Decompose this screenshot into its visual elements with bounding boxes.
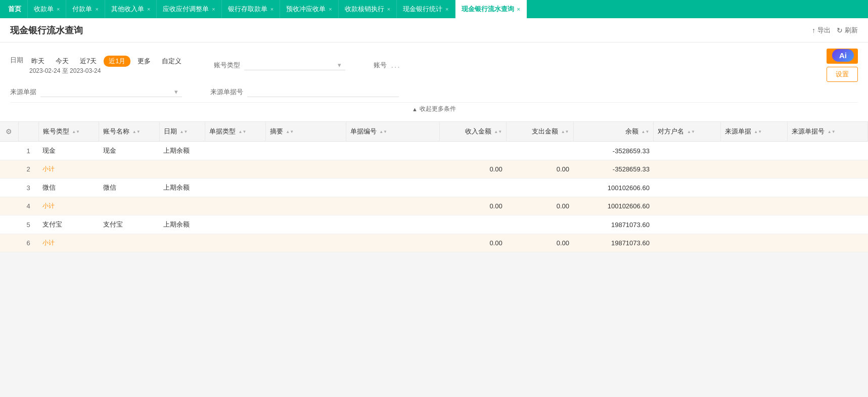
close-advance-receipt-icon[interactable]: × bbox=[329, 6, 332, 12]
sort-account-name-icon: ▲▼ bbox=[132, 129, 141, 134]
col-doc-type[interactable]: 单据类型 ▲▼ bbox=[205, 122, 265, 142]
table-cell bbox=[439, 215, 506, 234]
close-ar-ap-adjust-icon[interactable]: × bbox=[212, 6, 215, 12]
close-cash-bank-flow-icon[interactable]: × bbox=[517, 6, 520, 12]
col-date[interactable]: 日期 ▲▼ bbox=[159, 122, 205, 142]
nav-tab-advance-receipt-label: 预收冲应收单 bbox=[286, 5, 326, 14]
close-cash-bank-stats-icon[interactable]: × bbox=[445, 6, 448, 12]
col-income-label: 收入金额 bbox=[465, 127, 491, 135]
close-receipt-icon[interactable]: × bbox=[57, 6, 60, 12]
source-doc-select[interactable]: ▾ bbox=[40, 87, 182, 97]
table-cell bbox=[346, 197, 439, 215]
col-account-type-label: 账号类型 bbox=[43, 127, 69, 135]
nav-tab-receipt-label: 收款单 bbox=[34, 5, 54, 14]
table-cell bbox=[346, 215, 439, 234]
account-group: 账号 ... bbox=[374, 61, 400, 70]
table-cell bbox=[0, 215, 18, 234]
col-balance[interactable]: 余额 ▲▼ bbox=[573, 122, 654, 142]
table-cell bbox=[654, 215, 720, 234]
nav-tab-other-income[interactable]: 其他收入单 × bbox=[105, 0, 157, 18]
date-opt-1month[interactable]: 近1月 bbox=[104, 56, 130, 67]
page-header: 现金银行流水查询 ↑ 导出 ↻ 刷新 bbox=[0, 18, 868, 42]
table-cell bbox=[654, 179, 720, 197]
table-cell bbox=[720, 234, 787, 252]
date-options-wrapper: 昨天 今天 近7天 近1月 更多 自定义 2023-02-24 至 2023-0… bbox=[27, 56, 186, 75]
source-doc-no-input[interactable] bbox=[247, 87, 399, 97]
table-cell: 0.00 bbox=[439, 197, 506, 215]
date-opt-custom[interactable]: 自定义 bbox=[158, 56, 186, 67]
date-options: 昨天 今天 近7天 近1月 更多 自定义 bbox=[27, 56, 186, 67]
table-settings-icon[interactable]: ⚙ bbox=[6, 127, 12, 136]
table-cell: 19871073.60 bbox=[573, 215, 654, 234]
table-row: 6小计0.000.0019871073.60 bbox=[0, 234, 868, 252]
sort-date-icon: ▲▼ bbox=[180, 129, 188, 134]
close-payment-icon[interactable]: × bbox=[95, 6, 98, 12]
table-cell bbox=[346, 142, 439, 160]
col-source-doc-no-label: 来源单据号 bbox=[792, 127, 825, 135]
refresh-icon: ↻ bbox=[837, 26, 843, 34]
date-opt-7days[interactable]: 近7天 bbox=[76, 56, 101, 67]
collapse-bar[interactable]: ▲ 收起更多条件 bbox=[10, 102, 858, 115]
export-button[interactable]: ↑ 导出 bbox=[812, 26, 831, 35]
table-cell bbox=[0, 160, 18, 179]
account-dots[interactable]: ... bbox=[391, 61, 400, 70]
nav-tab-payment[interactable]: 付款单 × bbox=[66, 0, 105, 18]
col-source-doc[interactable]: 来源单据 ▲▼ bbox=[720, 122, 787, 142]
col-expense[interactable]: 支出金额 ▲▼ bbox=[507, 122, 573, 142]
nav-tab-receipt[interactable]: 收款单 × bbox=[28, 0, 66, 18]
table-container: ⚙ 账号类型 ▲▼ 账号名称 ▲▼ 日期 ▲▼ 单据类型 ▲▼ bbox=[0, 122, 868, 252]
col-counterpart[interactable]: 对方户名 ▲▼ bbox=[654, 122, 720, 142]
nav-tab-ar-ap-adjust[interactable]: 应收应付调整单 × bbox=[157, 0, 221, 18]
col-source-doc-no[interactable]: 来源单据号 ▲▼ bbox=[788, 122, 868, 142]
collapse-label: 收起更多条件 bbox=[420, 105, 456, 113]
table-cell bbox=[720, 215, 787, 234]
col-summary[interactable]: 摘要 ▲▼ bbox=[265, 122, 346, 142]
table-cell bbox=[788, 160, 868, 179]
table-cell bbox=[205, 197, 265, 215]
filter-row-2: 来源单据 ▾ 来源单据号 bbox=[10, 87, 858, 97]
ai-badge[interactable]: Ai bbox=[832, 49, 854, 62]
close-receipt-verify-icon[interactable]: × bbox=[387, 6, 390, 12]
table-row: 2小计0.000.00-3528659.33 bbox=[0, 160, 868, 179]
account-type-group: 账号类型 ▾ bbox=[214, 60, 345, 70]
table-cell bbox=[788, 179, 868, 197]
refresh-button[interactable]: ↻ 刷新 bbox=[837, 26, 858, 35]
nav-tab-home[interactable]: 首页 bbox=[2, 0, 28, 18]
nav-tab-cash-bank-stats[interactable]: 现金银行统计 × bbox=[397, 0, 455, 18]
table-cell: 上期余额 bbox=[159, 179, 205, 197]
table-cell bbox=[265, 234, 346, 252]
nav-tab-receipt-verify[interactable]: 收款核销执行 × bbox=[339, 0, 397, 18]
table-cell bbox=[159, 234, 205, 252]
col-account-type[interactable]: 账号类型 ▲▼ bbox=[38, 122, 99, 142]
source-doc-group: 来源单据 ▾ bbox=[10, 87, 182, 97]
table-cell: 19871073.60 bbox=[573, 234, 654, 252]
table-cell bbox=[346, 179, 439, 197]
col-account-name[interactable]: 账号名称 ▲▼ bbox=[99, 122, 160, 142]
sort-counterpart-icon: ▲▼ bbox=[687, 129, 695, 134]
col-doc-no[interactable]: 单据编号 ▲▼ bbox=[346, 122, 439, 142]
nav-tab-ar-ap-adjust-label: 应收应付调整单 bbox=[163, 5, 209, 14]
table-header-row: ⚙ 账号类型 ▲▼ 账号名称 ▲▼ 日期 ▲▼ 单据类型 ▲▼ bbox=[0, 122, 868, 142]
col-summary-label: 摘要 bbox=[270, 127, 283, 135]
table-cell bbox=[507, 142, 573, 160]
table-cell: 0.00 bbox=[507, 160, 573, 179]
nav-tab-advance-receipt[interactable]: 预收冲应收单 × bbox=[280, 0, 338, 18]
sort-income-icon: ▲▼ bbox=[494, 129, 502, 134]
date-opt-today[interactable]: 今天 bbox=[52, 56, 73, 67]
settings-button[interactable]: 设置 bbox=[827, 67, 858, 82]
col-income[interactable]: 收入金额 ▲▼ bbox=[439, 122, 506, 142]
col-balance-label: 余额 bbox=[625, 127, 638, 135]
close-bank-deposit-icon[interactable]: × bbox=[270, 6, 273, 12]
table-cell bbox=[265, 179, 346, 197]
account-type-select[interactable]: ▾ bbox=[244, 60, 345, 70]
date-opt-more[interactable]: 更多 bbox=[133, 56, 155, 67]
table-cell bbox=[0, 142, 18, 160]
nav-tab-bank-deposit[interactable]: 银行存取款单 × bbox=[222, 0, 280, 18]
table-cell: 100102606.60 bbox=[573, 197, 654, 215]
close-other-income-icon[interactable]: × bbox=[147, 6, 150, 12]
date-opt-yesterday[interactable]: 昨天 bbox=[27, 56, 49, 67]
nav-tab-cash-bank-flow[interactable]: 现金银行流水查询 × bbox=[455, 0, 527, 18]
table-cell: 4 bbox=[18, 197, 38, 215]
table-cell: 支付宝 bbox=[38, 215, 99, 234]
table-cell bbox=[788, 197, 868, 215]
